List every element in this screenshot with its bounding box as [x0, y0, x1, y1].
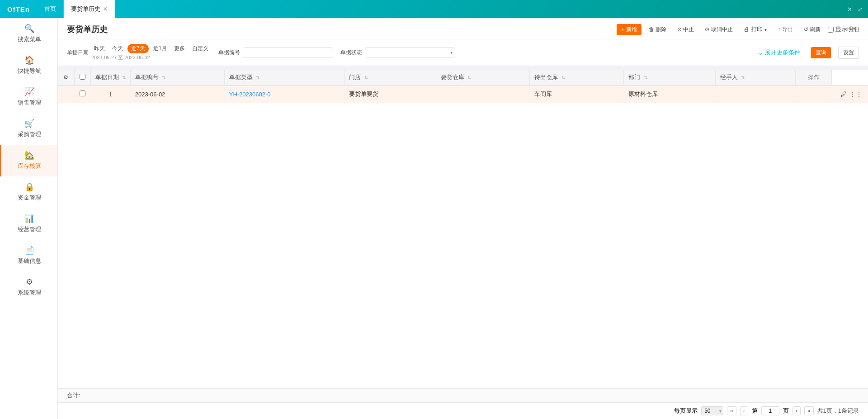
- page-header: 要货单历史 + 新增 🗑 删除 ⊘ 中止 ⊘ 取消中止 🖨 打印 ▾ ↑ 导出 …: [58, 18, 868, 39]
- sidebar-item-label: 系统管理: [18, 289, 41, 297]
- table-container[interactable]: ⚙ 单据日期 ⇅ 单据编号 ⇅ 单据类型: [58, 70, 868, 388]
- th-dept[interactable]: 部门 ⇅: [624, 70, 715, 86]
- td-store: [436, 86, 530, 103]
- page-number-input[interactable]: [761, 406, 779, 415]
- topbar-right: ✕ ⤢: [847, 6, 868, 13]
- sidebar-item-quick-nav[interactable]: 🏠 快捷导航: [0, 50, 57, 81]
- table-footer: 合计:: [58, 388, 868, 402]
- sidebar-item-label: 经营管理: [18, 225, 41, 233]
- th-store[interactable]: 门店 ⇅: [344, 70, 436, 86]
- td-date: 2023-06-02: [130, 86, 224, 103]
- finance-icon: 🔒: [24, 183, 34, 191]
- date-filter-group: 单据日期 昨天 今天 近7天 近1月 更多 自定义 2023-05-27 至 2…: [67, 44, 211, 61]
- stop-button[interactable]: ⊘ 中止: [674, 24, 698, 35]
- next-page-button[interactable]: ›: [793, 406, 801, 415]
- sort-outwh-icon: ⇅: [561, 75, 565, 80]
- brand: OfTEn: [0, 5, 37, 13]
- cancel-stop-button[interactable]: ⊘ 取消中止: [701, 24, 736, 35]
- sort-dept-icon: ⇅: [644, 75, 647, 80]
- th-settings[interactable]: ⚙: [58, 70, 74, 86]
- setting-button[interactable]: 设置: [838, 47, 859, 59]
- tab-home[interactable]: 首页: [37, 0, 64, 18]
- th-checkbox: [74, 70, 90, 86]
- jump-word: 第: [752, 407, 758, 415]
- tab-list: 首页 要货单历史 ✕: [37, 0, 115, 18]
- docno-filter-group: 单据编号: [218, 48, 333, 57]
- status-label: 单据状态: [340, 49, 362, 57]
- sidebar-item-purchase-mgmt[interactable]: 🛒 采购管理: [0, 113, 57, 145]
- shortcut-yesterday[interactable]: 昨天: [91, 44, 108, 53]
- shortcut-7days[interactable]: 近7天: [127, 44, 149, 53]
- td-out-warehouse: 原材料仓库: [624, 86, 715, 103]
- operation-icon: 📊: [24, 214, 34, 223]
- sidebar-item-sales-mgmt[interactable]: 📈 销售管理: [0, 81, 57, 113]
- expand-more-button[interactable]: ⌄ 展开更多条件: [758, 48, 800, 57]
- tab-requisition-label: 要货单历史: [71, 5, 100, 13]
- sidebar-item-inventory[interactable]: 🏡 库存核算: [0, 145, 57, 176]
- td-settings: [58, 86, 74, 103]
- last-page-button[interactable]: »: [804, 406, 814, 415]
- sidebar-item-basic-info[interactable]: 📄 基础信息: [0, 240, 57, 271]
- prev-page-button[interactable]: ‹: [740, 406, 748, 415]
- window-maximize-icon[interactable]: ⤢: [858, 6, 863, 13]
- tab-requisition-history[interactable]: 要货单历史 ✕: [64, 0, 115, 18]
- td-ops: 🖊 ⋮⋮: [832, 86, 868, 103]
- delete-button[interactable]: 🗑 删除: [645, 24, 670, 35]
- new-button[interactable]: + 新增: [617, 24, 641, 35]
- doc-no-link[interactable]: YH-20230602-0: [229, 91, 271, 98]
- th-out-warehouse[interactable]: 待出仓库 ⇅: [530, 70, 624, 86]
- window-close-icon[interactable]: ✕: [847, 6, 852, 13]
- docno-input[interactable]: [243, 48, 333, 57]
- shortcut-more[interactable]: 更多: [171, 44, 188, 53]
- th-req-warehouse[interactable]: 要货仓库 ⇅: [436, 70, 530, 86]
- th-date[interactable]: 单据日期 ⇅: [90, 70, 130, 86]
- display-cell-checkbox[interactable]: [828, 27, 834, 33]
- sort-reqwh-icon: ⇅: [467, 75, 471, 80]
- status-select[interactable]: [365, 48, 455, 57]
- expand-icon: ⌄: [758, 49, 763, 56]
- sort-date-icon: ⇅: [122, 75, 126, 80]
- row-more-icon[interactable]: ⋮⋮: [850, 89, 861, 100]
- tab-close-icon[interactable]: ✕: [103, 6, 108, 12]
- page-size-select[interactable]: 50 10 20 100: [701, 406, 723, 415]
- sidebar-item-search-menu[interactable]: 🔍 搜索菜单: [0, 18, 57, 50]
- sort-handler-icon: ⇅: [741, 75, 745, 80]
- page-word: 页: [783, 407, 789, 415]
- td-dept: [715, 86, 795, 103]
- date-shortcuts: 昨天 今天 近7天 近1月 更多 自定义: [91, 44, 211, 53]
- th-handler[interactable]: 经手人 ⇅: [715, 70, 795, 86]
- sidebar-item-finance[interactable]: 🔒 资金管理: [0, 176, 57, 208]
- print-dropdown-icon[interactable]: ▾: [764, 27, 767, 32]
- row-checkbox[interactable]: [80, 90, 85, 96]
- refresh-button[interactable]: ↺ 刷新: [800, 24, 824, 35]
- sidebar-item-label: 资金管理: [18, 194, 41, 202]
- total-label: 合计:: [67, 391, 80, 400]
- basic-info-icon: 📄: [24, 246, 34, 254]
- shortcut-custom[interactable]: 自定义: [189, 44, 211, 53]
- date-range-text: 2023-05-27 至 2023-06-02: [91, 54, 211, 61]
- display-cell-label: 显示明细: [835, 25, 859, 33]
- td-handler: [796, 86, 832, 103]
- select-all-checkbox[interactable]: [80, 74, 85, 80]
- th-doctype[interactable]: 单据类型 ⇅: [224, 70, 344, 86]
- display-cell-container: 显示明细: [828, 25, 859, 33]
- shortcut-today[interactable]: 今天: [109, 44, 126, 53]
- sidebar-item-system-mgmt[interactable]: ⚙ 系统管理: [0, 271, 57, 303]
- content-area: 要货单历史 + 新增 🗑 删除 ⊘ 中止 ⊘ 取消中止 🖨 打印 ▾ ↑ 导出 …: [58, 18, 868, 419]
- print-button[interactable]: 🖨 打印 ▾: [740, 24, 771, 35]
- date-filter-label: 单据日期: [67, 49, 89, 57]
- query-button[interactable]: 查询: [811, 47, 831, 58]
- th-docno[interactable]: 单据编号 ⇅: [130, 70, 224, 86]
- tab-home-label: 首页: [44, 5, 56, 13]
- sidebar-item-label: 销售管理: [18, 99, 41, 107]
- purchase-icon: 🛒: [24, 119, 34, 128]
- td-docno[interactable]: YH-20230602-0: [224, 86, 344, 103]
- top-bar: OfTEn 首页 要货单历史 ✕ ✕ ⤢: [0, 0, 868, 18]
- page-info: 共1页，1条记录: [817, 407, 859, 415]
- row-edit-icon[interactable]: 🖊: [838, 89, 849, 100]
- export-button[interactable]: ↑ 导出: [774, 24, 796, 35]
- first-page-button[interactable]: «: [727, 406, 736, 415]
- shortcut-1month[interactable]: 近1月: [151, 44, 170, 53]
- sidebar-item-operation[interactable]: 📊 经营管理: [0, 208, 57, 240]
- expand-label: 展开更多条件: [765, 48, 800, 57]
